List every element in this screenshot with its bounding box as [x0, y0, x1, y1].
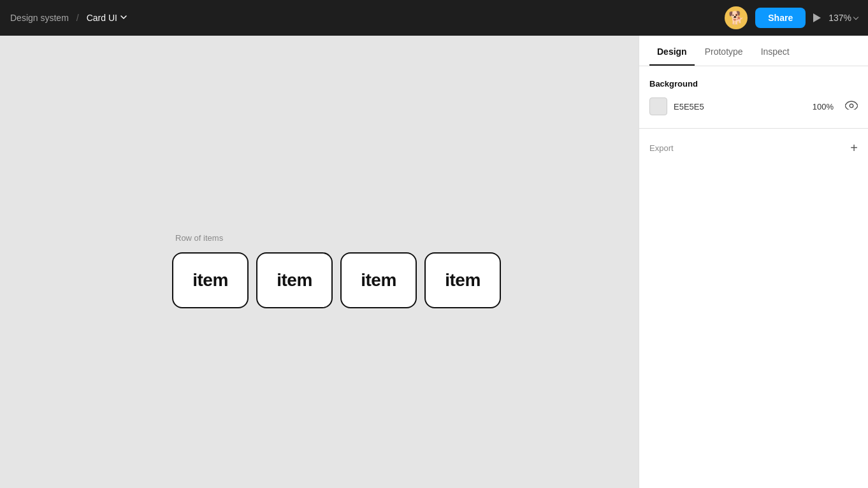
- tab-prototype[interactable]: Prototype: [697, 39, 751, 66]
- breadcrumb-separator: /: [76, 13, 79, 23]
- export-section: Export +: [639, 129, 868, 167]
- avatar: 🐕: [725, 6, 748, 29]
- item-card-1[interactable]: item: [172, 252, 249, 308]
- zoom-control[interactable]: 137%: [828, 13, 858, 23]
- svg-point-0: [850, 104, 853, 108]
- project-name[interactable]: Design system: [10, 13, 69, 23]
- background-row: E5E5E5 100%: [649, 97, 858, 115]
- opacity-value[interactable]: 100%: [813, 102, 834, 111]
- row-label: Row of items: [175, 233, 223, 243]
- add-export-button[interactable]: +: [850, 141, 858, 154]
- play-button[interactable]: [813, 13, 821, 22]
- right-panel: Design Prototype Inspect Background E5E5…: [639, 36, 868, 488]
- zoom-chevron-icon: [853, 15, 858, 20]
- topbar-right: 🐕 Share 137%: [725, 6, 858, 29]
- file-name[interactable]: Card UI: [87, 13, 127, 23]
- background-section-title: Background: [649, 79, 858, 89]
- breadcrumb: Design system / Card UI: [10, 13, 127, 23]
- item-card-4[interactable]: item: [424, 252, 501, 308]
- color-hex[interactable]: E5E5E5: [674, 102, 806, 111]
- row-of-items: item item item item: [172, 252, 501, 308]
- chevron-down-icon: [120, 13, 127, 23]
- export-label: Export: [649, 143, 674, 153]
- tab-design[interactable]: Design: [649, 39, 695, 66]
- share-button[interactable]: Share: [755, 8, 806, 28]
- color-swatch[interactable]: [649, 97, 667, 115]
- canvas[interactable]: Row of items item item item item: [0, 36, 639, 488]
- main-area: Row of items item item item item Design …: [0, 36, 868, 488]
- item-card-3[interactable]: item: [340, 252, 417, 308]
- background-section: Background E5E5E5 100%: [639, 66, 868, 129]
- tab-inspect[interactable]: Inspect: [753, 39, 797, 66]
- panel-tabs: Design Prototype Inspect: [639, 36, 868, 66]
- eye-icon[interactable]: [845, 101, 858, 112]
- topbar: Design system / Card UI 🐕 Share 137%: [0, 0, 868, 36]
- item-card-2[interactable]: item: [256, 252, 333, 308]
- play-icon: [813, 13, 821, 22]
